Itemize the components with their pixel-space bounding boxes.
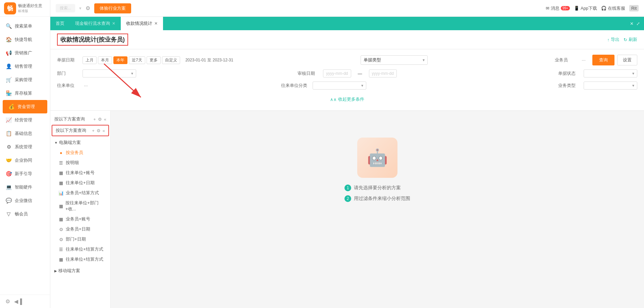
sidebar-item-basic[interactable]: 📋 基础信息 <box>0 127 50 140</box>
main-body: 按以下方案查询 + ⚙ « 按以下方案查询 + ⚙ <box>50 111 644 308</box>
tab-maximize-icon[interactable]: ⤢ <box>636 21 640 26</box>
logo-icon: 畅 <box>4 2 16 14</box>
tab-close-all-icon[interactable]: ✕ <box>630 21 634 26</box>
sidebar-item-system-label: 系统管理 <box>15 144 32 150</box>
business-type-select[interactable]: ▾ <box>584 82 637 90</box>
message-icon: ✉ <box>546 6 549 11</box>
scheme-item-5[interactable]: ▦ 按往来单位+部门+收... <box>50 198 110 214</box>
messages-btn[interactable]: ✉ 消息 99+ <box>546 5 570 11</box>
sidebar-item-search[interactable]: 🔍 搜索菜单 <box>0 19 50 33</box>
topbar-gear-icon[interactable]: ⚙ <box>86 5 90 11</box>
scheme-header-title2: 按以下方案查询 <box>56 127 86 134</box>
collapse-sidebar-icon[interactable]: ◀▐ <box>14 298 22 305</box>
topbar-search[interactable]: 搜索... <box>56 4 75 12</box>
query-btn[interactable]: 查询 <box>592 55 614 65</box>
filter-row-1: 单据日期 上月 本月 本年 近7天 更多 自定义 2023-01-01 至 20… <box>57 55 637 65</box>
empty-steps: 1 请先选择要分析的方案 2 用过滤条件来缩小分析范围 <box>344 185 410 202</box>
doc-status-select[interactable]: ▾ <box>584 69 637 78</box>
sidebar-item-quicknav[interactable]: 🏠 快捷导航 <box>0 33 50 46</box>
partner-category-select[interactable]: ▾ <box>313 82 366 90</box>
sidebar-item-operations[interactable]: 📈 经营管理 <box>0 113 50 127</box>
right-content: 🤖 1 请先选择要分析的方案 2 用过滤条件来缩小分析范围 <box>111 111 644 308</box>
sidebar-item-inventory[interactable]: 🏪 库存核算 <box>0 87 50 100</box>
scheme-item-3-icon: ▦ <box>58 180 64 186</box>
scheme-item-3[interactable]: ▦ 往来单位+日期 <box>50 178 110 188</box>
sidebar-item-sales[interactable]: 👤 销售管理 <box>0 60 50 73</box>
export-btn[interactable]: ↑ 导出 <box>607 37 620 43</box>
scheme-settings-icon2[interactable]: ⚙ <box>97 128 101 133</box>
collapse-btn[interactable]: ∧∧ 收起更多条件 <box>57 94 637 105</box>
scheme-item-10[interactable]: ▦ 往来单位+结算方式 <box>50 254 110 264</box>
basic-icon: 📋 <box>5 130 12 137</box>
sales-icon: 👤 <box>5 63 12 70</box>
scheme-item-2[interactable]: ▦ 往来单位+账号 <box>50 168 110 178</box>
tab-collection[interactable]: 收款情况统计 ✕ <box>121 17 163 30</box>
sidebar-item-purchase[interactable]: 🛒 采购管理 <box>0 73 50 87</box>
scheme-item-9[interactable]: ☰ 往来单位+结算方式 <box>50 244 110 254</box>
sidebar-item-collab[interactable]: 🤝 企业协同 <box>0 154 50 167</box>
scheme-desktop-group-title[interactable]: ▼ 电脑端方案 <box>50 138 110 148</box>
date-btn-this-month[interactable]: 本月 <box>98 56 112 64</box>
scheme-collapse-icon[interactable]: « <box>104 117 106 122</box>
sidebar-item-finance[interactable]: 💰 资金管理 <box>3 100 47 113</box>
sidebar-item-guide[interactable]: 🎯 新手引导 <box>0 167 50 181</box>
scheme-item-7[interactable]: ⊙ 业务员+日期 <box>50 224 110 234</box>
empty-illustration: 🤖 <box>357 138 397 178</box>
doc-status-label: 单据状态 <box>558 70 578 76</box>
search-icon: 🔍 <box>5 23 12 30</box>
settings-footer-icon[interactable]: ⚙ <box>5 298 10 305</box>
scheme-mobile-group-title[interactable]: ▶ 移动端方案 <box>50 266 110 276</box>
dept-arrow: ▾ <box>131 71 133 76</box>
sidebar-item-system[interactable]: ⚙ 系统管理 <box>0 140 50 154</box>
dept-select[interactable]: ▾ <box>83 69 136 78</box>
sidebar-item-marketing[interactable]: 📢 营销推广 <box>0 46 50 60</box>
scheme-panel: 按以下方案查询 + ⚙ « 按以下方案查询 + ⚙ <box>50 111 111 308</box>
scheme-item-9-icon: ☰ <box>58 247 64 252</box>
scheme-add-icon2[interactable]: + <box>92 128 95 133</box>
scheme-header-icons: + ⚙ « <box>93 117 106 122</box>
date-btn-more[interactable]: 更多 <box>147 56 161 64</box>
refresh-btn[interactable]: ↻ 刷新 <box>624 37 637 43</box>
date-btn-this-year[interactable]: 本年 <box>113 56 127 64</box>
review-date-from[interactable]: yyyy-mm-dd <box>323 69 351 78</box>
sidebar-item-purchase-label: 采购管理 <box>15 77 32 83</box>
online-service-btn[interactable]: 🎧 在线客服 <box>601 5 625 11</box>
scheme-item-6[interactable]: ▦ 业务员+账号 <box>50 214 110 224</box>
scheme-collapse-icon2[interactable]: « <box>103 128 105 133</box>
purchase-icon: 🛒 <box>5 76 12 83</box>
tab-bar-right: ✕ ⤢ <box>630 21 644 26</box>
tab-cash-flow[interactable]: 现金银行流水查询 ✕ <box>70 17 121 30</box>
tab-collection-close[interactable]: ✕ <box>154 21 158 26</box>
scheme-settings-icon[interactable]: ⚙ <box>98 117 102 122</box>
review-date-to[interactable]: yyyy-mm-dd <box>369 69 397 78</box>
empty-step-2: 2 用过滤条件来缩小分析范围 <box>344 195 410 202</box>
scheme-item-0[interactable]: ● 按业务员 <box>50 148 110 158</box>
scheme-add-icon[interactable]: + <box>93 117 96 122</box>
empty-step-1: 1 请先选择要分析的方案 <box>344 185 410 191</box>
tab-home[interactable]: 首页 <box>50 20 70 27</box>
date-btn-7days[interactable]: 近7天 <box>129 56 145 64</box>
sidebar-item-quicknav-label: 快捷导航 <box>15 37 32 43</box>
tab-cash-flow-close[interactable]: ✕ <box>112 21 115 26</box>
date-btn-last-month[interactable]: 上月 <box>83 56 97 64</box>
sidebar-footer: ⚙ ◀▐ <box>0 295 50 308</box>
page-header: 收款情况统计(按业务员) ↑ 导出 ↻ 刷新 <box>50 30 644 49</box>
partner-dots[interactable]: ··· <box>84 83 88 88</box>
date-btn-custom[interactable]: 自定义 <box>162 56 180 64</box>
sidebar-item-marketing-label: 营销推广 <box>15 50 32 56</box>
sidebar-item-wechat[interactable]: 💬 企业微信 <box>0 194 50 207</box>
sidebar-item-hardware[interactable]: 💻 智能硬件 <box>0 181 50 194</box>
scheme-item-1[interactable]: ☰ 按明细 <box>50 158 110 168</box>
scheme-item-8[interactable]: ⊙ 部门+日期 <box>50 234 110 244</box>
topbar-dropdown-icon[interactable]: ▾ <box>79 6 82 11</box>
app-download-btn[interactable]: 📱 App下载 <box>574 5 597 11</box>
scheme-item-4[interactable]: 📊 业务员+结算方式 <box>50 188 110 198</box>
settings-btn[interactable]: 设置 <box>617 55 637 65</box>
trial-button[interactable]: 体验行业方案 <box>94 3 131 13</box>
sidebar: 畅 畅捷通好生意 标准版 🔍 搜索菜单 🏠 快捷导航 📢 营销推广 👤 销售管理 <box>0 0 50 308</box>
salesperson-dots[interactable]: ··· <box>582 57 586 63</box>
business-type-arrow: ▾ <box>632 83 634 88</box>
doc-type-select[interactable]: 单据类型 ▾ <box>361 55 428 65</box>
sidebar-item-member[interactable]: ▽ 畅会员 <box>0 207 50 221</box>
user-avatar[interactable]: Rit <box>629 5 639 11</box>
